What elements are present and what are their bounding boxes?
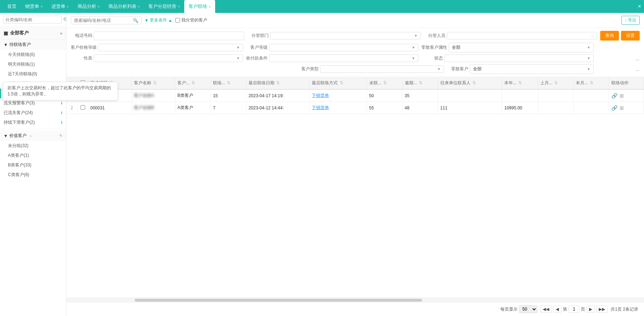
export-button[interactable]: ↑ 导出 (621, 16, 640, 25)
filter-customer-type-select[interactable]: ▼ (320, 65, 444, 73)
sidebar-item-a-class[interactable]: A类客户(1) (0, 151, 66, 160)
col-customer-name[interactable]: 客户名称 ⇅ (131, 77, 175, 89)
filter-customer-level-label: 客户等级 (246, 44, 268, 51)
manager-dropdown-icon: ... (591, 34, 594, 38)
tab-sales-order[interactable]: 销货单 × (21, 0, 47, 13)
table-row: 1 000039 客户名称A B类客户 15 2023-04-17 14:19:… (66, 89, 644, 102)
search-box: 🔍 (71, 16, 142, 24)
filter-retail-attr-select[interactable]: 全部 ▼ (449, 43, 594, 52)
my-customers-checkbox[interactable] (175, 18, 180, 23)
sidebar-search-input[interactable] (3, 16, 62, 24)
sidebar-price-customer-header[interactable]: ▼ 价值客户 ○ ✎ (0, 131, 66, 141)
sidebar-search-icon[interactable]: 🔍 (63, 17, 66, 22)
tab-product-analysis[interactable]: 商品分析 × (73, 0, 104, 13)
edit2-icon-price[interactable]: ✎ (59, 133, 62, 138)
table-area: ⚙ 客户编码 ⇅ 客户名称 ⇅ (66, 77, 644, 298)
sidebar-item-today-contact[interactable]: 今天待联络(0) (0, 50, 66, 60)
sidebar-item-continuous-down[interactable]: 持续下滑客户(2) ℹ (0, 118, 66, 127)
more-filter-dots2[interactable]: ... (635, 66, 640, 72)
filter-customer-level-select[interactable]: ▼ (269, 44, 418, 51)
col-customer-type[interactable]: 客户... ⇅ (175, 77, 210, 89)
more-conditions-btn[interactable]: ▼ 更多条件 ▲ (144, 17, 172, 23)
row2-contacts: 111 (438, 102, 502, 114)
sidebar-item-c-class[interactable]: C类客户(6) (0, 170, 66, 180)
filter-payment-label: 收付款条件 (246, 55, 268, 61)
total-info: 共1页 2条记录 (611, 306, 638, 312)
pagination-area: ◀◀ ◀ 第 页 ▶ ▶▶ (540, 306, 608, 313)
sidebar-item-7day-contact[interactable]: 近7天待联络(0) (0, 69, 66, 79)
tab-customer-tier[interactable]: 客户分层经营 × (144, 0, 184, 13)
col-uncontact[interactable]: 未联... ⇅ (367, 77, 402, 89)
filter-price-level-label: 客户价格等级 (71, 44, 97, 51)
filter-price-level-select[interactable]: ▼ (98, 44, 243, 51)
prev-page-button[interactable]: ◀ (553, 306, 561, 313)
search-input[interactable] (74, 18, 131, 23)
last-page-button[interactable]: ▶▶ (596, 306, 608, 313)
sidebar-item-tomorrow-contact[interactable]: 明天待联络(1) (0, 60, 66, 69)
col-last-contact-date[interactable]: 最后联络日期 ⇅ (246, 77, 309, 89)
horizontal-scrollbar[interactable] (66, 298, 644, 302)
row2-action-icon2[interactable]: ⊞ (620, 105, 624, 111)
info-icon-lost-preview: ℹ (61, 101, 62, 105)
col-contacts-person[interactable]: 往来单位联系人 ⇅ (438, 77, 502, 89)
retail-customer-value: 全部 (473, 66, 482, 72)
row2-action-icon1[interactable]: 🔗 (611, 105, 617, 111)
filter-department-select[interactable]: ▼ (270, 32, 421, 39)
window-close-icon[interactable]: × (638, 3, 641, 10)
more-filter-dots[interactable]: ... (635, 56, 640, 61)
tab-home-label: 首页 (7, 3, 17, 10)
tab-customer-tier-label: 客户分层经营 (148, 3, 176, 10)
close-customer-contact-icon[interactable]: × (209, 5, 211, 9)
row2-select-checkbox[interactable] (80, 105, 85, 110)
row1-action-icon1[interactable]: 🔗 (611, 93, 617, 99)
row1-action-icon2[interactable]: ⊞ (620, 93, 624, 99)
tab-purchase-order[interactable]: 进货单 × (47, 0, 73, 13)
per-page-label: 每页显示 (500, 306, 518, 312)
col-last-contact-method[interactable]: 最后联络方式 ⇅ (310, 77, 367, 89)
top-navigation: 首页 销货单 × 进货单 × 商品分析 × 商品分析列表 × 客户分层经营 × … (0, 0, 644, 13)
filter-manager-select[interactable]: ... (447, 32, 597, 39)
close-product-analysis-list-icon[interactable]: × (138, 5, 140, 9)
filter-actions: 查询 设置 (600, 31, 640, 41)
col-this-year[interactable]: 本年... ⇅ (502, 77, 538, 89)
export-label: 导出 (628, 17, 636, 23)
tab-product-analysis-list[interactable]: 商品分析列表 × (104, 0, 144, 13)
col-actions: 联络动作 (609, 77, 644, 89)
col-last-month[interactable]: 上月... ⇅ (538, 77, 574, 89)
sidebar-group-pending-contact[interactable]: ▼ 待联络客户 (0, 39, 66, 50)
scrollbar-thumb[interactable] (135, 299, 422, 302)
page-number-input[interactable] (569, 306, 579, 313)
table-footer: 每页显示 50 10 20 100 ◀◀ ◀ 第 页 ▶ ▶▶ 共1页 2条记录 (66, 302, 644, 316)
close-purchase-order-icon[interactable]: × (67, 5, 69, 9)
close-sales-order-icon[interactable]: × (41, 5, 43, 9)
per-page-select[interactable]: 50 10 20 100 (519, 305, 537, 313)
search-icon[interactable]: 🔍 (133, 18, 138, 23)
col-overdue[interactable]: 逾期... ⇅ (402, 77, 438, 89)
filter-status-select[interactable]: ▼ (444, 55, 594, 62)
sidebar-all-customers[interactable]: ▦ 全部客户 » (0, 27, 66, 39)
close-product-analysis-icon[interactable]: × (98, 5, 100, 9)
filter-phone-input[interactable] (94, 32, 244, 40)
tab-customer-contact[interactable]: 客户联络 × (184, 0, 215, 13)
row2-method-link[interactable]: 下销货单 (312, 105, 329, 110)
sidebar-item-unclassified[interactable]: 未分组(32) (0, 141, 66, 151)
next-page-button[interactable]: ▶ (587, 306, 595, 313)
filter-payment-select[interactable]: ▼ (269, 55, 418, 62)
customer-table: ⚙ 客户编码 ⇅ 客户名称 ⇅ (66, 77, 644, 114)
sidebar-item-already-lost[interactable]: 已流失客户(24) ℹ (0, 108, 66, 118)
first-page-button[interactable]: ◀◀ (540, 306, 552, 313)
filter-retail-customer-select[interactable]: 全部 ▼ (470, 64, 594, 74)
col-contact-count[interactable]: 联络... ⇅ (210, 77, 246, 89)
collapse-sidebar-icon[interactable]: » (60, 30, 62, 36)
row1-method-link[interactable]: 下销货单 (312, 93, 329, 98)
filter-gender-select[interactable]: ▼ (94, 55, 243, 62)
edit-icon-price[interactable]: ○ (29, 134, 32, 138)
col-this-month[interactable]: 本月... ⇅ (574, 77, 609, 89)
query-button[interactable]: 查询 (600, 31, 619, 41)
settings-button[interactable]: 设置 (621, 31, 640, 41)
tab-home[interactable]: 首页 (3, 0, 21, 13)
row2-contact-count: 7 (210, 102, 246, 114)
close-customer-tier-icon[interactable]: × (178, 5, 180, 9)
tab-purchase-order-label: 进货单 (51, 3, 65, 10)
sidebar-item-b-class[interactable]: B类客户(33) (0, 160, 66, 170)
